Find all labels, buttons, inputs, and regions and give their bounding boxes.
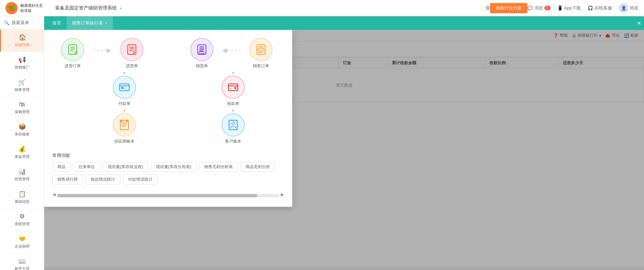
money-icon: 💰 xyxy=(18,145,26,153)
chart-icon: 📊 xyxy=(18,168,26,175)
flow-node-purchase-order[interactable]: 进货订单 xyxy=(52,38,93,69)
flow-node-supplier-ledger[interactable]: 供应商账本 xyxy=(104,113,145,144)
sidebar-item-inventory[interactable]: 📦 库存核算 xyxy=(0,119,44,141)
scroll-track[interactable] xyxy=(57,194,279,197)
svg-text:¥: ¥ xyxy=(230,88,231,90)
btn-sales-gross[interactable]: 销售毛利分析表 xyxy=(199,162,238,172)
flow-node-payment[interactable]: ¥ 付款单 xyxy=(104,76,145,107)
sidebar-item-purchase[interactable]: 🛍 采购管理 xyxy=(0,97,44,119)
flow-section: 进货订单 ▶ xyxy=(52,38,284,144)
tab-close-icon[interactable]: × xyxy=(105,21,107,25)
home-icon: 🏠 xyxy=(19,34,26,41)
inner-content: ❓ 帮助 🖨 按模板打印 ▾ 📤 导出 🔄 刷新 xyxy=(44,30,644,270)
btn-goods[interactable]: 商品 xyxy=(52,162,71,172)
tab-bar-close-button[interactable]: ✕ xyxy=(637,20,641,26)
tab-bar: 首页 销售订单执行表 × ✕ xyxy=(44,16,644,30)
sidebar-item-system[interactable]: ⚙ 系统管理 xyxy=(0,209,44,231)
sidebar-item-operations[interactable]: 📊 经营管理 xyxy=(0,164,44,186)
svg-point-34 xyxy=(232,122,234,125)
logo-area: 🌿 畅康通好生意 标准版 xyxy=(5,2,50,14)
flow-node-customer-ledger[interactable]: 客户账本 xyxy=(213,113,254,144)
phone-icon: 📱 xyxy=(557,5,563,11)
btn-payment-stats[interactable]: 付款情况统计 xyxy=(123,175,158,184)
avatar: 👤 xyxy=(619,3,628,13)
system-title: 装备及固定资产辅助管理系统 ▾ xyxy=(50,5,485,11)
tab-sales-order[interactable]: 销售订单执行表 × xyxy=(67,16,113,30)
common-buttons-row1: 商品 往来单位 现存量(库存状况表) 现存量(库存分布表) 销售毛利分析表 商品… xyxy=(52,162,284,172)
box-icon: 📦 xyxy=(18,123,26,130)
svg-text:¥: ¥ xyxy=(124,88,126,90)
sidebar-item-finance[interactable]: 💰 资金管理 xyxy=(0,141,44,164)
payment-icon: ¥ xyxy=(113,76,136,99)
svg-rect-13 xyxy=(199,52,204,54)
svg-rect-4 xyxy=(128,45,136,54)
common-buttons-row2: 销售排行榜 收款情况统计 付款情况统计 xyxy=(52,175,284,184)
top-header: 🌿 畅康通好生意 标准版 装备及固定资产辅助管理系统 ▾ ⚙ 体验行业方案 💬 … xyxy=(0,0,644,16)
system-dropdown-arrow[interactable]: ▾ xyxy=(120,6,121,10)
svg-rect-24 xyxy=(234,87,237,89)
btn-stock-dist[interactable]: 现存量(库存分布表) xyxy=(151,162,196,172)
btn-receipt-stats[interactable]: 收款情况统计 xyxy=(86,175,120,184)
svg-rect-32 xyxy=(126,120,128,122)
try-button[interactable]: 体验行业方案 xyxy=(490,3,527,13)
header-actions: 💬 消息 6 📱 App下载 🎧 在线客服 👤 用友 xyxy=(527,3,639,13)
scroll-thumb xyxy=(57,194,257,197)
btn-sales-rank[interactable]: 销售排行榜 xyxy=(52,175,83,184)
sidebar-item-enterprise[interactable]: 🤝 企业协同 xyxy=(0,231,44,253)
sales-bill-icon xyxy=(190,38,213,61)
sidebar-item-sales[interactable]: 🛒 销售管理 xyxy=(0,74,44,97)
user-button[interactable]: 👤 用友 xyxy=(619,3,639,13)
receipt-icon: ¥ xyxy=(222,76,245,99)
sales-order-icon xyxy=(249,38,273,61)
sidebar-item-guide[interactable]: 📖 新手引导 xyxy=(0,253,44,270)
quick-nav-popup: 进货订单 ▶ xyxy=(44,30,292,207)
purchase-order-icon xyxy=(61,38,84,61)
purchase-bill-icon xyxy=(120,38,143,61)
btn-goods-gross[interactable]: 商品毛利分析 xyxy=(241,162,275,172)
tab-home[interactable]: 首页 xyxy=(47,16,67,30)
message-button[interactable]: 💬 消息 6 xyxy=(527,5,551,11)
customer-ledger-icon xyxy=(222,113,245,137)
overlay[interactable]: 进货订单 ▶ xyxy=(44,30,644,270)
btn-stock-status[interactable]: 现存量(库存状况表) xyxy=(103,162,148,172)
app-download-button[interactable]: 📱 App下载 xyxy=(557,5,581,11)
svg-rect-31 xyxy=(121,120,122,122)
settings-icon[interactable]: ⚙ xyxy=(485,5,490,11)
supplier-ledger-icon xyxy=(113,113,136,137)
logo-text: 畅康通好生意 标准版 xyxy=(20,3,43,13)
handshake-icon: 🤝 xyxy=(18,235,26,242)
flow-node-sales-bill[interactable]: 销货单 xyxy=(181,38,222,69)
flow-node-receipt[interactable]: ¥ 收款单 xyxy=(213,76,254,107)
sidebar-item-basic-info[interactable]: 📋 基础信息 xyxy=(0,186,44,209)
scroll-right-arrow[interactable]: ▶ xyxy=(281,192,284,197)
scroll-row: ◀ ▶ xyxy=(52,190,284,199)
bag-icon: 🛍 xyxy=(19,101,25,108)
svg-rect-16 xyxy=(258,48,264,51)
logo-icon: 🌿 xyxy=(5,2,18,14)
message-icon: 💬 xyxy=(527,5,533,11)
book-icon: 📖 xyxy=(18,257,26,265)
flow-node-purchase-bill[interactable]: 进货单 xyxy=(111,38,152,69)
svg-rect-20 xyxy=(121,87,124,89)
main-layout: 🔍 搜索菜单 🏠 快捷导航 📢 营销推广 🛒 销售管理 🛍 采购管理 📦 库存核… xyxy=(0,16,644,270)
gear-icon: ⚙ xyxy=(19,213,25,220)
common-functions-title: 常用功能 xyxy=(52,152,284,159)
megaphone-icon: 📢 xyxy=(18,56,26,64)
content-area: 首页 销售订单执行表 × ✕ ❓ 帮助 🖨 按模板打印 ▾ xyxy=(44,16,644,270)
sidebar: 🔍 搜索菜单 🏠 快捷导航 📢 营销推广 🛒 销售管理 🛍 采购管理 📦 库存核… xyxy=(0,16,44,270)
search-menu[interactable]: 🔍 搜索菜单 xyxy=(0,16,44,30)
scroll-left-arrow[interactable]: ◀ xyxy=(52,192,56,197)
message-badge: 6 xyxy=(544,6,551,10)
common-section: 常用功能 商品 往来单位 现存量(库存状况表) 现存量(库存分布表) 销售毛利分… xyxy=(52,152,284,184)
btn-contacts[interactable]: 往来单位 xyxy=(73,162,100,172)
search-icon: 🔍 xyxy=(4,20,10,25)
sidebar-item-quick-nav[interactable]: 🏠 快捷导航 xyxy=(0,30,44,52)
online-service-button[interactable]: 🎧 在线客服 xyxy=(588,5,612,11)
sidebar-item-marketing[interactable]: 📢 营销推广 xyxy=(0,52,44,74)
cart-icon: 🛒 xyxy=(18,78,26,86)
clipboard-icon: 📋 xyxy=(18,190,26,198)
flow-node-sales-order[interactable]: 销售订单 xyxy=(241,38,281,69)
headset-icon: 🎧 xyxy=(588,5,593,11)
